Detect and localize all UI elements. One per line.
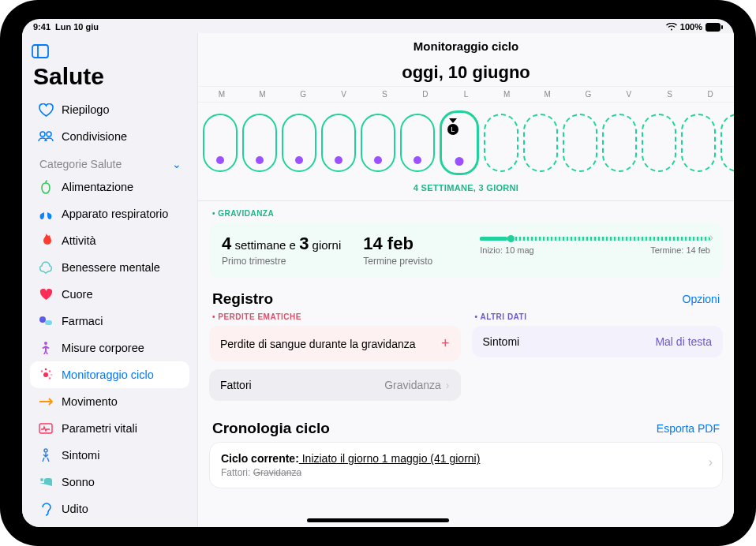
sidebar-item-label: Monitoraggio ciclo	[62, 368, 154, 381]
options-link[interactable]: Opzioni	[683, 293, 720, 305]
day-letter: M	[486, 87, 527, 102]
sidebar-item-vitals[interactable]: Parametri vitali	[30, 415, 189, 442]
day-letter: L	[446, 87, 487, 102]
cycle-day-future[interactable]	[563, 114, 597, 172]
history-factors-value: Gravidanza	[253, 467, 301, 478]
factors-value: Gravidanza	[384, 379, 441, 391]
day-letters-row: M M G V S D L M M G V S D	[198, 86, 734, 103]
people-icon	[38, 129, 54, 144]
cycle-icon	[38, 367, 54, 383]
cycle-day-future[interactable]	[642, 114, 676, 172]
history-card[interactable]: › Ciclo corrente: Iniziato il giorno 1 m…	[209, 442, 723, 488]
category-header[interactable]: Categorie Salute ⌄	[30, 150, 189, 174]
symptoms-icon	[38, 447, 54, 463]
days-number: 3	[299, 234, 309, 253]
registro-title: Registro	[212, 290, 273, 308]
status-bar: 9:41 Lun 10 giu 100%	[22, 19, 734, 33]
cycle-day[interactable]	[361, 114, 395, 172]
other-badge: ALTRI DATI	[472, 312, 724, 326]
day-letter: G	[567, 87, 608, 102]
day-letter: S	[364, 87, 405, 102]
sidebar-item-mindfulness[interactable]: Benessere mentale	[30, 254, 189, 281]
status-date: Lun 10 giu	[55, 22, 99, 32]
home-indicator[interactable]	[307, 518, 449, 522]
sidebar-item-label: Riepilogo	[62, 103, 109, 116]
sidebar-item-label: Attività	[62, 234, 96, 247]
bed-icon	[38, 474, 54, 490]
cycle-day-future[interactable]	[523, 114, 558, 172]
sidebar-item-sharing[interactable]: Condivisione	[30, 123, 189, 150]
svg-point-9	[43, 372, 48, 377]
history-title: Cronologia ciclo	[212, 420, 330, 437]
day-letter: D	[690, 87, 731, 102]
main-content: Monitoraggio ciclo oggi, 10 giugno L M M…	[197, 33, 734, 527]
sidebar-item-label: Cuore	[62, 288, 93, 301]
bleeding-label: Perdite di sangue durante la gravidanza	[220, 338, 416, 350]
day-letter: M	[201, 87, 242, 102]
walk-icon	[38, 394, 54, 410]
day-letter: S	[649, 87, 691, 102]
sidebar-item-label: Parametri vitali	[62, 422, 137, 435]
cycle-day-future[interactable]	[602, 114, 637, 172]
chevron-down-icon: ⌄	[172, 158, 182, 170]
day-letter: V	[608, 87, 649, 102]
cycle-day[interactable]	[242, 114, 277, 172]
sidebar-item-label: Sintomi	[62, 449, 99, 462]
sidebar-item-sleep[interactable]: Sonno	[30, 469, 189, 496]
sidebar-item-activity[interactable]: Attività	[30, 227, 189, 254]
svg-rect-7	[45, 320, 52, 325]
app-title: Salute	[33, 63, 189, 90]
weeks-number: 4	[222, 234, 231, 253]
svg-point-16	[44, 449, 47, 452]
day-letter: V	[324, 87, 365, 102]
svg-rect-0	[706, 23, 720, 31]
symptoms-label: Sintomi	[483, 335, 520, 348]
lungs-icon	[38, 206, 54, 222]
sidebar-item-hearing[interactable]: Udito	[30, 496, 189, 522]
sidebar-item-summary[interactable]: Riepilogo	[30, 96, 189, 123]
sidebar-item-label: Condivisione	[62, 130, 127, 143]
cycle-day-today[interactable]	[440, 110, 479, 175]
history-factors-label: Fattori:	[221, 467, 250, 478]
sidebar-item-cycle[interactable]: Monitoraggio ciclo	[30, 361, 189, 388]
sidebar-item-heart[interactable]: Cuore	[30, 281, 189, 308]
brain-icon	[38, 260, 54, 275]
sidebar-item-label: Misure corporee	[62, 342, 144, 354]
bleeding-chip[interactable]: Perdite di sangue durante la gravidanza …	[209, 326, 461, 361]
chevron-right-icon: ›	[446, 379, 450, 391]
sidebar-item-mobility[interactable]: Movimento	[30, 388, 189, 415]
sidebar-item-body[interactable]: Misure corporee	[30, 335, 189, 361]
cycle-day[interactable]	[321, 114, 356, 172]
day-letter: D	[405, 87, 446, 102]
pregnancy-card[interactable]: › 4 settimane e 3 giorni Primo trimestre…	[209, 223, 723, 278]
sidebar-toggle-icon[interactable]	[32, 44, 189, 58]
current-cycle-bold: Ciclo corrente:	[221, 452, 299, 465]
svg-point-8	[44, 342, 47, 345]
weeks-label: 4 SETTIMANE, 3 GIORNI	[198, 180, 734, 200]
cycle-day-future[interactable]	[484, 114, 518, 172]
cycle-day[interactable]	[400, 114, 435, 172]
day-letter: M	[527, 87, 568, 102]
factors-chip[interactable]: Fattori Gravidanza›	[209, 369, 461, 401]
sidebar-item-label: Movimento	[62, 395, 118, 408]
cycle-day[interactable]	[203, 114, 238, 172]
svg-rect-2	[32, 45, 48, 58]
sidebar-item-symptoms[interactable]: Sintomi	[30, 442, 189, 469]
progress-start: Inizio: 10 mag	[480, 245, 533, 255]
battery-level: 100%	[680, 22, 702, 32]
trimester-label: Primo trimestre	[222, 256, 341, 267]
sidebar-item-respiratory[interactable]: Apparato respiratorio	[30, 200, 189, 227]
cycle-day[interactable]	[282, 114, 316, 172]
symptoms-value: Mal di testa	[655, 335, 712, 348]
cycle-days-row[interactable]	[198, 103, 734, 180]
heart-icon	[38, 286, 54, 302]
sidebar-item-nutrition[interactable]: Alimentazione	[30, 174, 189, 200]
export-link[interactable]: Esporta PDF	[657, 422, 720, 435]
factors-label: Fattori	[220, 379, 252, 391]
sidebar-item-medications[interactable]: Farmaci	[30, 308, 189, 335]
cycle-day-future[interactable]	[681, 114, 716, 172]
cycle-day-future[interactable]	[720, 114, 734, 172]
symptoms-chip[interactable]: Sintomi Mal di testa	[472, 326, 724, 357]
days-unit: giorni	[313, 238, 342, 252]
svg-rect-1	[721, 25, 723, 29]
